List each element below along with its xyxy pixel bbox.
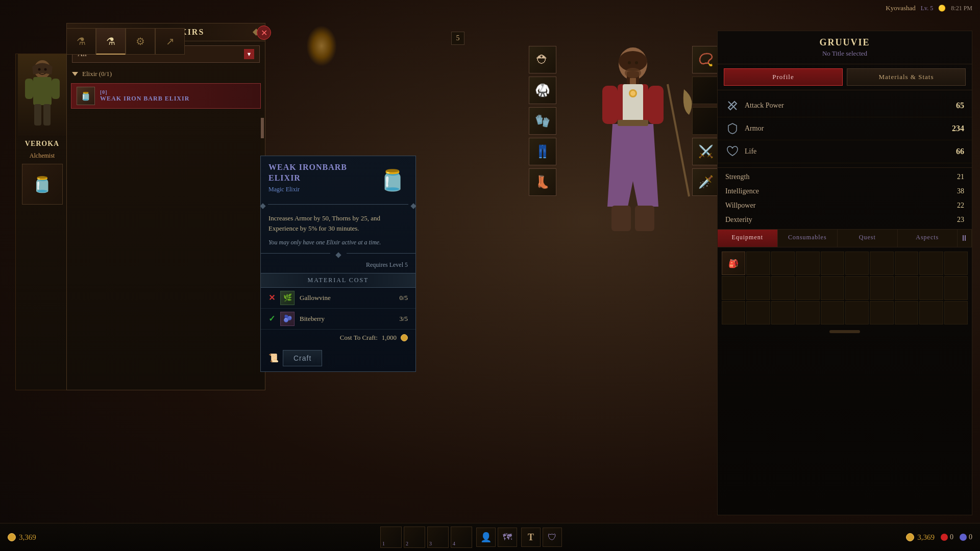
shield-btn[interactable]: 🛡 <box>543 528 562 547</box>
scroll-thumb[interactable] <box>261 118 264 138</box>
resource1-display: 0 <box>941 533 953 541</box>
biteberry-unavailable-icon: ✓ <box>268 314 275 323</box>
tab-aspects[interactable]: Aspects <box>898 230 958 247</box>
svg-point-21 <box>630 91 635 96</box>
inv-slot-5[interactable] <box>845 252 869 275</box>
inv-slot-10[interactable] <box>722 276 745 299</box>
legs-icon: 👖 <box>535 144 550 159</box>
gold-display-right: 3,369 <box>906 533 935 542</box>
strength-value: 21 <box>957 173 964 181</box>
resource-display-right: 3,369 0 0 <box>906 533 972 542</box>
tab-equipment[interactable]: Equipment <box>718 230 778 247</box>
craft-tabs[interactable]: ⚗ ⚗ ⚙ ↗ <box>66 28 185 55</box>
strength-label: Strength <box>725 173 957 181</box>
alchemist-figure <box>22 59 63 131</box>
inv-slot-13[interactable] <box>796 276 819 299</box>
gallowvine-icon: 🌿 <box>280 291 295 305</box>
tab-enchant[interactable]: ↗ <box>155 28 185 55</box>
craft-btn-row: 📜 Craft <box>261 346 415 371</box>
tooltip-note: You may only have one Elixir active at a… <box>261 236 415 251</box>
inv-slot-14[interactable] <box>821 276 844 299</box>
tooltip-item-image: 🫙 <box>377 162 408 198</box>
skill-slot-1[interactable]: 1 <box>380 527 402 548</box>
craft-icon-left: 📜 <box>268 353 279 363</box>
life-label: Life <box>745 147 951 156</box>
inv-slot-4[interactable] <box>821 252 844 275</box>
diamond-deco-1 <box>260 203 265 209</box>
inv-slot-28[interactable] <box>919 301 943 324</box>
gold-icon-top: 🟡 <box>938 5 946 12</box>
inv-slot-21[interactable] <box>746 301 770 324</box>
skill-slot-2[interactable]: 2 <box>404 527 425 548</box>
tab-consumables[interactable]: Consumables <box>778 230 838 247</box>
tab-potions[interactable]: ⚗ <box>66 28 96 55</box>
inv-slot-19[interactable] <box>944 276 968 299</box>
inv-slot-3[interactable] <box>796 252 819 275</box>
inv-slot-29[interactable] <box>944 301 968 324</box>
craft-close-button[interactable]: ✕ <box>257 26 271 40</box>
svg-rect-2 <box>25 79 33 99</box>
inv-slot-16[interactable] <box>870 276 893 299</box>
filter-arrow-btn[interactable]: ▼ <box>244 49 254 59</box>
inv-slot-17[interactable] <box>895 276 918 299</box>
inv-slot-8[interactable] <box>919 252 943 275</box>
character-menu-btn[interactable]: 👤 <box>476 528 496 547</box>
extra-icons: T 🛡 <box>521 528 562 547</box>
drag-handle[interactable] <box>829 330 860 333</box>
inv-slot-0[interactable]: 🎒 <box>722 252 745 275</box>
svg-rect-14 <box>602 86 618 124</box>
gallowvine-count: 0/5 <box>399 294 408 302</box>
character-name: GRUUVIE <box>724 37 966 48</box>
skill-slot-4[interactable]: 4 <box>451 527 472 548</box>
stats-section: Attack Power 65 Armor 234 Life 66 <box>718 90 972 168</box>
inventory-tabs: Equipment Consumables Quest Aspects ⏸ <box>718 230 972 247</box>
alchemist-name: VEROKA <box>25 140 59 148</box>
cost-row: Cost To Craft: 1,000 <box>261 330 415 346</box>
tab-pause[interactable]: ⏸ <box>958 230 972 247</box>
list-item[interactable]: 🫙 [0] WEAK IRON BARB ELIXIR <box>71 83 261 109</box>
expand-icon[interactable] <box>72 72 78 76</box>
inv-slot-25[interactable] <box>845 301 869 324</box>
intelligence-label: Intelligence <box>725 187 957 195</box>
inv-slot-2[interactable] <box>771 252 795 275</box>
map-menu-btn[interactable]: 🗺 <box>498 528 517 547</box>
gloves-icon: 🧤 <box>535 114 550 128</box>
inv-slot-9[interactable] <box>944 252 968 275</box>
t-btn[interactable]: T <box>521 528 541 547</box>
inv-slot-20[interactable] <box>722 301 745 324</box>
tab-quest[interactable]: Quest <box>838 230 898 247</box>
inv-slot-7[interactable] <box>895 252 918 275</box>
skill-slot-3[interactable]: 3 <box>427 527 449 548</box>
skill-number-4: 4 <box>453 541 455 546</box>
inv-slot-6[interactable] <box>870 252 893 275</box>
inv-slot-23[interactable] <box>796 301 819 324</box>
profile-button[interactable]: Profile <box>724 68 843 86</box>
inv-slot-26[interactable] <box>870 301 893 324</box>
inv-slot-15[interactable] <box>845 276 869 299</box>
diamond-deco-3 <box>335 252 341 258</box>
inv-slot-22[interactable] <box>771 301 795 324</box>
tab-elixirs[interactable]: ⚗ <box>96 28 126 55</box>
gallowvine-unavailable-icon: ✕ <box>268 293 275 303</box>
craft-button[interactable]: Craft <box>283 350 322 366</box>
willpower-label: Willpower <box>725 202 957 210</box>
category-header: Elixir (0/1) <box>67 67 265 81</box>
inv-slot-24[interactable] <box>821 301 844 324</box>
tab-gear[interactable]: ⚙ <box>126 28 155 55</box>
svg-point-22 <box>628 61 631 64</box>
level-badge: 5 <box>451 32 464 45</box>
inv-slot-1[interactable] <box>746 252 770 275</box>
drag-bar[interactable] <box>722 325 968 338</box>
skill-number-2: 2 <box>406 541 408 546</box>
resource2-icon <box>960 534 967 541</box>
materials-stats-button[interactable]: Materials & Stats <box>847 68 966 86</box>
inv-slot-18[interactable] <box>919 276 943 299</box>
material-cost-header: MATERIAL COST <box>261 273 415 288</box>
biteberry-count: 3/5 <box>399 315 408 323</box>
inv-slot-27[interactable] <box>895 301 918 324</box>
inv-slot-11[interactable] <box>746 276 770 299</box>
svg-point-7 <box>44 68 46 71</box>
inv-slot-12[interactable] <box>771 276 795 299</box>
inv-item-0: 🎒 <box>728 259 739 268</box>
top-bar: Kyovashad Lv. 5 🟡 8:21 PM <box>878 0 980 16</box>
